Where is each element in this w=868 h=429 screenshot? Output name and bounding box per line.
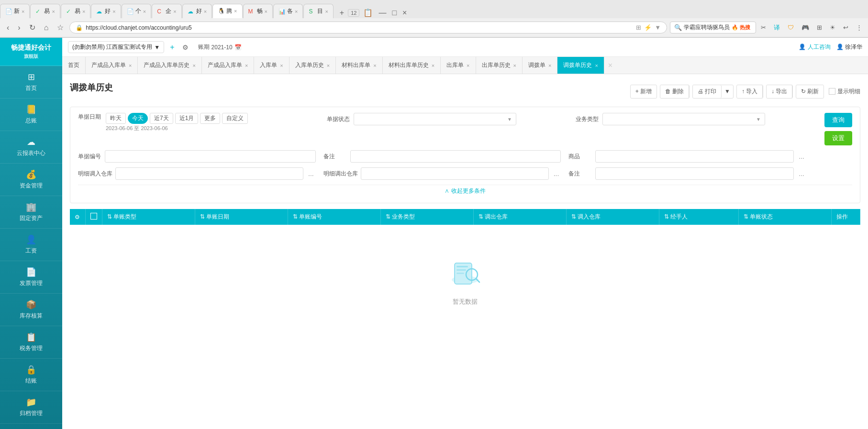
minimize-btn[interactable]: — bbox=[377, 8, 388, 18]
header-checkbox[interactable] bbox=[90, 213, 97, 220]
import-btn[interactable]: ↑ 导入 bbox=[737, 85, 763, 98]
date-btn-1month[interactable]: 近1月 bbox=[175, 113, 199, 124]
tab-close-8[interactable]: × bbox=[234, 8, 237, 14]
home-btn[interactable]: ⌂ bbox=[41, 22, 52, 33]
close-all-tabs-btn[interactable]: × bbox=[604, 61, 616, 70]
company-settings-btn[interactable]: ⚙ bbox=[180, 43, 190, 52]
date-btn-today[interactable]: 今天 bbox=[128, 113, 148, 124]
th-doc-no[interactable]: ⇅ 单账编号 bbox=[288, 209, 380, 225]
th-gear[interactable]: ⚙ bbox=[70, 209, 85, 225]
th-in-warehouse[interactable]: ⇅ 调入仓库 bbox=[566, 209, 659, 225]
browser-tab-new[interactable]: 📄 新 × bbox=[0, 4, 30, 18]
maximize-btn[interactable]: □ bbox=[390, 8, 399, 18]
tab-close-2[interactable]: × bbox=[52, 9, 55, 14]
detail-in-input[interactable] bbox=[115, 167, 303, 180]
page-tab-product-in-close[interactable]: × bbox=[129, 63, 132, 68]
th-doc-type[interactable]: ⇅ 单账类型 bbox=[102, 209, 195, 225]
close-window-btn[interactable]: × bbox=[401, 8, 409, 18]
page-tab-product-in-history-close[interactable]: × bbox=[192, 63, 195, 68]
tab-close-5[interactable]: × bbox=[143, 9, 146, 14]
page-tab-material-out[interactable]: 材料出库单 × bbox=[336, 57, 382, 74]
note2-dots[interactable]: ... bbox=[797, 170, 806, 177]
sidebar-item-home[interactable]: ⊞ 首页 bbox=[0, 66, 62, 99]
goods-input[interactable] bbox=[595, 150, 794, 163]
sidebar-item-inventory[interactable]: 📦 库存核算 bbox=[0, 294, 62, 326]
th-doc-date[interactable]: ⇅ 单账日期 bbox=[195, 209, 288, 225]
date-btn-yesterday[interactable]: 昨天 bbox=[106, 113, 126, 124]
sidebar-logo[interactable]: 畅捷通好会计 旗舰版 bbox=[0, 38, 62, 66]
status-select[interactable]: ▼ bbox=[354, 113, 516, 125]
url-bar[interactable]: 🔒 https://cloud.chanjet.com/accounting/u… bbox=[69, 22, 667, 33]
brightness-icon[interactable]: ☀ bbox=[828, 23, 837, 32]
page-tab-out-history[interactable]: 出库单历史 × bbox=[476, 57, 523, 74]
query-btn[interactable]: 查询 bbox=[824, 113, 852, 127]
browser-tab-ge[interactable]: 📄 个 × bbox=[122, 4, 151, 18]
browser-tab-hao2[interactable]: ☁ 好 × bbox=[182, 4, 212, 18]
refresh-btn-page[interactable]: ↻ 刷新 bbox=[796, 85, 823, 98]
collapse-btn[interactable]: ∧ 收起更多条件 bbox=[78, 185, 852, 197]
page-tab-material-out-history-close[interactable]: × bbox=[432, 63, 434, 68]
browser-tab-ge2[interactable]: 📊 各 × bbox=[273, 4, 303, 18]
page-tab-transfer-history[interactable]: 调拨单历史 × bbox=[557, 57, 604, 74]
browser-tab-yi1[interactable]: ✓ 易 × bbox=[30, 4, 60, 18]
tab-close-3[interactable]: × bbox=[82, 9, 85, 14]
sidebar-item-fixed-assets[interactable]: 🏢 固定资产 bbox=[0, 196, 62, 229]
page-tab-out-order-close[interactable]: × bbox=[467, 63, 469, 68]
more-icon[interactable]: ⋮ bbox=[854, 23, 864, 32]
page-tab-in-order-close[interactable]: × bbox=[280, 63, 283, 68]
tab-close-7[interactable]: × bbox=[204, 9, 207, 14]
print-btn[interactable]: 🖨 打印 bbox=[693, 85, 722, 98]
tab-close-4[interactable]: × bbox=[112, 9, 115, 14]
tab-close-10[interactable]: × bbox=[295, 9, 298, 14]
print-dropdown-btn[interactable]: ▼ bbox=[722, 86, 733, 97]
settings-btn[interactable]: 设置 bbox=[824, 131, 852, 145]
page-tab-out-order[interactable]: 出库单 × bbox=[441, 57, 476, 74]
date-btn-7days[interactable]: 近7天 bbox=[150, 113, 173, 124]
cut-icon[interactable]: ✂ bbox=[759, 23, 768, 32]
new-btn[interactable]: + 新增 bbox=[630, 85, 657, 99]
sidebar-item-fund[interactable]: 💰 资金管理 bbox=[0, 164, 62, 196]
sidebar-item-ledger[interactable]: 📒 总账 bbox=[0, 99, 62, 131]
export-btn[interactable]: ↓ 导出 bbox=[767, 85, 792, 98]
new-tab-btn[interactable]: + bbox=[338, 8, 346, 18]
note2-input[interactable] bbox=[595, 167, 794, 180]
browser-tab-chang[interactable]: M 畅 × bbox=[243, 4, 273, 18]
refresh-btn[interactable]: ↻ bbox=[26, 22, 38, 33]
th-doc-status[interactable]: ⇅ 单账状态 bbox=[738, 209, 831, 225]
grid-icon[interactable]: ⊞ bbox=[815, 23, 824, 32]
page-tab-material-out-history[interactable]: 材料出库单历史 × bbox=[383, 57, 441, 74]
page-tab-in-history-close[interactable]: × bbox=[327, 63, 330, 68]
undo-icon[interactable]: ↩ bbox=[841, 23, 850, 32]
th-handler[interactable]: ⇅ 经手人 bbox=[659, 209, 739, 225]
bookmark-btn[interactable]: ☆ bbox=[54, 22, 67, 33]
shield-icon[interactable]: 🛡 bbox=[786, 23, 796, 32]
add-company-btn[interactable]: + bbox=[168, 42, 176, 53]
page-tab-transfer[interactable]: 调拨单 × bbox=[523, 57, 557, 74]
page-tab-material-out-close[interactable]: × bbox=[373, 63, 376, 68]
sidebar-item-settings[interactable]: ⚙ 基础设置 bbox=[0, 424, 62, 429]
browser-tab-hao1[interactable]: ☁ 好 × bbox=[91, 4, 121, 18]
game-icon[interactable]: 🎮 bbox=[800, 23, 811, 32]
date-btn-custom[interactable]: 自定义 bbox=[222, 113, 248, 124]
date-btn-more[interactable]: 更多 bbox=[200, 113, 220, 124]
sidebar-item-closing[interactable]: 🔒 结账 bbox=[0, 359, 62, 391]
page-tab-product-in2-close[interactable]: × bbox=[245, 63, 248, 68]
sidebar-item-tax[interactable]: 📋 税务管理 bbox=[0, 326, 62, 359]
tab-close-9[interactable]: × bbox=[265, 9, 267, 14]
page-tab-product-in2[interactable]: 产成品入库单 × bbox=[202, 57, 254, 74]
browser-tab-teng[interactable]: 🐧 腾 × bbox=[212, 4, 242, 18]
th-check[interactable] bbox=[85, 209, 102, 225]
doc-number-input[interactable] bbox=[105, 150, 316, 163]
detail-in-dots[interactable]: ... bbox=[306, 170, 316, 177]
calendar-icon[interactable]: 📅 bbox=[234, 44, 242, 51]
user-info[interactable]: 👤 徐泽华 bbox=[836, 43, 862, 51]
note-input[interactable] bbox=[350, 150, 561, 163]
search-bar[interactable]: 🔍 学霸应聘场驱鸟员 🔥 热搜 bbox=[670, 22, 756, 33]
page-tab-in-history[interactable]: 入库单历史 × bbox=[289, 57, 336, 74]
page-tab-in-order[interactable]: 入库单 × bbox=[254, 57, 289, 74]
detail-out-dots[interactable]: ... bbox=[552, 170, 561, 177]
th-biz-type[interactable]: ⇅ 业务类型 bbox=[380, 209, 473, 225]
page-tab-product-in-history[interactable]: 产成品入库单历史 × bbox=[138, 57, 201, 74]
goods-dots[interactable]: ... bbox=[797, 153, 806, 160]
tab-close-6[interactable]: × bbox=[173, 9, 176, 14]
